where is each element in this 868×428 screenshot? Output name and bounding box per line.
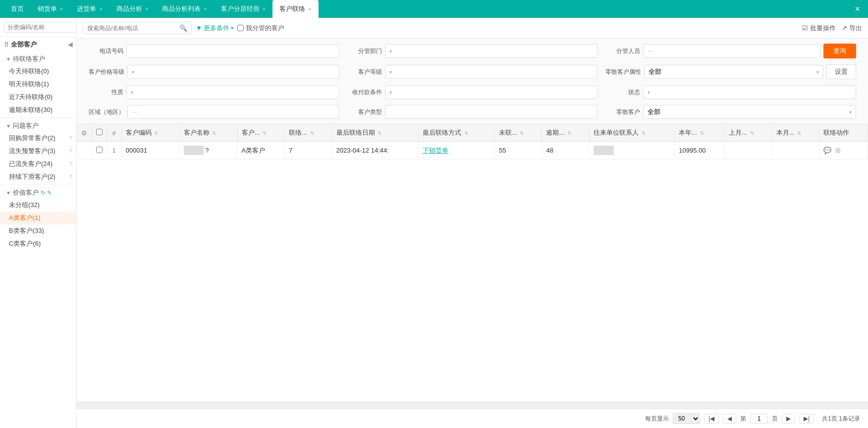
- retail-attr-select[interactable]: 全部 ▾: [644, 65, 823, 79]
- nav-home[interactable]: 首页: [4, 0, 31, 18]
- more-conditions-btn[interactable]: ▼ 更多条件 ▾: [196, 24, 233, 33]
- sidebar-item-today-pending[interactable]: 今天待联络(0): [0, 65, 76, 78]
- phone-input[interactable]: [126, 44, 339, 58]
- horizontal-scroll[interactable]: [77, 402, 868, 409]
- table-col-last-method[interactable]: 最后联络方式 ⇅: [419, 124, 495, 142]
- row-checkbox[interactable]: [96, 147, 103, 153]
- per-page-select[interactable]: 50 100 200: [673, 413, 700, 424]
- filter-phone: 电话号码: [85, 42, 343, 60]
- row-last-method-cell[interactable]: 下销货单: [419, 142, 495, 160]
- customer-level-select[interactable]: ▾: [385, 65, 598, 79]
- filter-search-icon[interactable]: 🔍: [179, 24, 187, 32]
- nav-close-purchase-order[interactable]: ×: [99, 6, 102, 12]
- retail-customer-select[interactable]: 全部 ▾: [643, 105, 856, 119]
- row-checkbox-cell[interactable]: [92, 142, 107, 160]
- select-all-checkbox[interactable]: [96, 129, 103, 135]
- export-btn[interactable]: ↗ 导出: [842, 24, 862, 33]
- table-col-no-contact[interactable]: 未联... ⇅: [494, 124, 542, 142]
- nav-customer-segment[interactable]: 客户分层经营 ×: [214, 0, 272, 18]
- nav-sales-order[interactable]: 销货单 ×: [31, 0, 70, 18]
- close-all-tabs[interactable]: ×: [851, 4, 864, 14]
- top-nav: 首页 销货单 × 进货单 × 商品分析 × 商品分析列表 × 客户分层经营 × …: [0, 0, 868, 18]
- refresh-icon[interactable]: ↻: [41, 190, 45, 196]
- filter-manager: 分管人员 ··· 查询: [601, 42, 860, 60]
- next-page-btn[interactable]: ▶: [782, 414, 795, 424]
- sidebar-item-churned[interactable]: 已流失客户(24) ?: [0, 158, 76, 170]
- sort-icon-this-month: ⇅: [797, 130, 801, 136]
- table-col-overdue[interactable]: 逾期... ⇅: [542, 124, 590, 142]
- batch-op-btn[interactable]: ☑ 批量操作: [802, 24, 836, 33]
- table-select-all-col[interactable]: [92, 124, 107, 142]
- sidebar-item-overdue-pending[interactable]: 逾期未联络(30): [0, 104, 76, 116]
- table-col-last-month[interactable]: 上月... ⇅: [725, 124, 772, 142]
- manager-dots-icon: ···: [648, 48, 652, 54]
- sidebar-group-pending[interactable]: ▼ 待联络客户: [0, 52, 76, 65]
- table-col-this-year[interactable]: 本年... ⇅: [675, 124, 725, 142]
- sidebar-search-input[interactable]: [4, 22, 77, 33]
- filter-nature: 性质 ▾: [85, 83, 343, 101]
- table-col-contact-count[interactable]: 联络... ⇅: [285, 124, 332, 142]
- sidebar-item-abnormal-repurchase[interactable]: 回购异常客户(2) ?: [0, 132, 76, 145]
- status-select[interactable]: ▾: [643, 85, 856, 99]
- nav-close-product-analysis[interactable]: ×: [145, 6, 148, 12]
- sidebar-item-churn-warning[interactable]: 流失预警客户(3) ?: [0, 145, 76, 158]
- settings-btn[interactable]: 设置: [826, 64, 856, 79]
- sidebar-item-class-a[interactable]: A类客户(1): [0, 212, 76, 224]
- sidebar-collapse-btn[interactable]: ◀: [68, 41, 72, 48]
- area-input[interactable]: ···: [127, 105, 339, 119]
- sidebar-item-class-b[interactable]: B类客户(33): [0, 224, 76, 237]
- nav-close-customer-contact[interactable]: ×: [308, 6, 311, 12]
- dept-chevron-icon: ▾: [389, 49, 392, 54]
- sort-icon-no-contact: ⇅: [520, 130, 524, 136]
- sidebar-item-ungrouped[interactable]: 未分组(32): [0, 199, 76, 212]
- nav-close-customer-segment[interactable]: ×: [263, 6, 266, 12]
- table-col-contact-person[interactable]: 往来单位联系人 ⇅: [589, 124, 674, 142]
- sidebar-all-customers[interactable]: ⠿ 全部客户 ◀: [0, 37, 76, 52]
- nav-close-product-list[interactable]: ×: [204, 6, 207, 12]
- nav-customer-contact[interactable]: 客户联络 ×: [272, 0, 318, 18]
- table-col-this-month[interactable]: 本月... ⇅: [772, 124, 819, 142]
- sidebar-item-declining[interactable]: 持续下滑客户(2) ?: [0, 170, 76, 183]
- row-code-cell: 000031: [121, 142, 179, 160]
- prev-page-btn[interactable]: ◀: [723, 414, 736, 424]
- customer-level-label: 客户等级: [347, 68, 382, 76]
- manager-input[interactable]: ···: [643, 44, 820, 58]
- dots-icon: ⠿: [4, 41, 9, 49]
- sort-icon-type: ⇅: [263, 130, 267, 136]
- dept-select[interactable]: ▾: [385, 44, 598, 58]
- page-input[interactable]: [750, 414, 768, 424]
- sidebar-group-problem[interactable]: ▼ 问题客户: [0, 119, 76, 132]
- my-customers-check[interactable]: [237, 25, 244, 31]
- last-page-btn[interactable]: ▶|: [799, 414, 814, 424]
- table-col-code[interactable]: 客户编码 ⇅: [121, 124, 179, 142]
- first-page-btn[interactable]: |◀: [704, 414, 719, 424]
- nav-product-analysis-list[interactable]: 商品分析列表 ×: [155, 0, 214, 18]
- payment-select[interactable]: ▾: [385, 85, 598, 99]
- filter-search-container: 🔍: [83, 22, 192, 34]
- sidebar-item-tomorrow-pending[interactable]: 明天待联络(1): [0, 78, 76, 91]
- query-btn[interactable]: 查询: [823, 44, 856, 58]
- table-col-type[interactable]: 客户... ⇅: [237, 124, 285, 142]
- payment-label: 收付款条件: [347, 88, 382, 97]
- my-customers-checkbox[interactable]: 我分管的客户: [237, 24, 284, 33]
- phone-label: 电话号码: [89, 47, 123, 55]
- barcode-icon[interactable]: ⊞: [835, 147, 841, 154]
- edit-icon[interactable]: ✎: [47, 190, 52, 196]
- payment-chevron: ▾: [389, 90, 392, 95]
- sidebar-group-value[interactable]: ▼ 价值客户 ↻ ✎: [0, 186, 76, 199]
- table-col-name[interactable]: 客户名称 ⇅: [179, 124, 237, 142]
- area-dots-icon: ···: [132, 108, 137, 115]
- nature-select[interactable]: ▾: [126, 85, 339, 99]
- table-settings-col[interactable]: ⚙: [77, 124, 92, 142]
- nav-purchase-order[interactable]: 进货单 ×: [70, 0, 109, 18]
- customer-type-input[interactable]: [385, 105, 598, 119]
- nav-product-analysis[interactable]: 商品分析 ×: [109, 0, 155, 18]
- message-icon[interactable]: 💬: [823, 147, 831, 154]
- filter-search-input[interactable]: [87, 25, 179, 32]
- nav-close-sales-order[interactable]: ×: [60, 6, 63, 12]
- price-level-select[interactable]: ▾: [127, 65, 339, 79]
- table-col-last-date[interactable]: 最后联络日期 ⇅: [332, 124, 419, 142]
- sidebar-item-class-c[interactable]: C类客户(6): [0, 237, 76, 250]
- sidebar-item-7days-pending[interactable]: 近7天待联络(0): [0, 91, 76, 104]
- filter-retail-customer: 零散客户 全部 ▾: [601, 103, 860, 121]
